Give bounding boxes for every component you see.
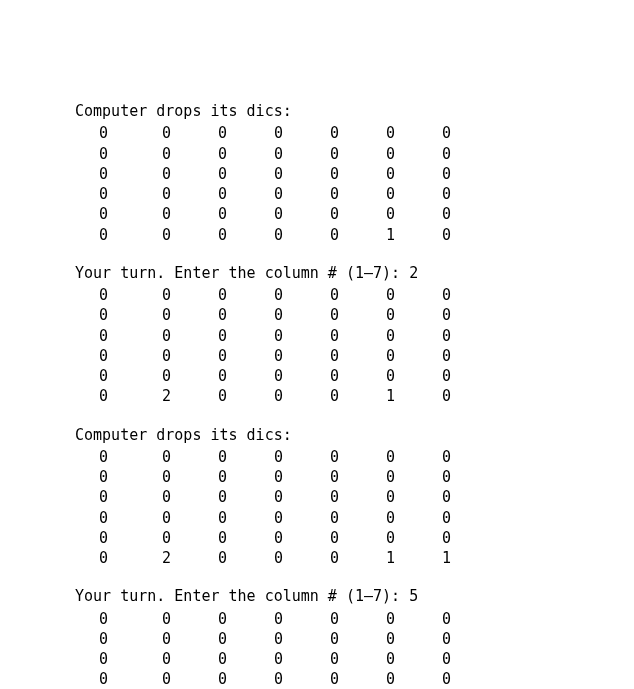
grid-cell: 0 (227, 366, 283, 386)
grid-cell: 0 (227, 508, 283, 528)
grid-row: 0000000 (75, 508, 634, 528)
grid-cell: 1 (395, 548, 451, 568)
grid-cell: 0 (227, 285, 283, 305)
grid-row: 0000000 (75, 366, 634, 386)
block-heading: Your turn. Enter the column # (1–7): 5 (75, 586, 634, 606)
grid-cell: 0 (283, 649, 339, 669)
grid-cell: 0 (171, 548, 227, 568)
grid-cell: 0 (283, 386, 339, 406)
grid-cell: 0 (227, 123, 283, 143)
grid-cell: 0 (171, 225, 227, 245)
grid-cell: 0 (339, 123, 395, 143)
grid-row: 0000000 (75, 285, 634, 305)
grid-row: 0000000 (75, 204, 634, 224)
grid-cell: 0 (115, 629, 171, 649)
grid-cell: 0 (99, 204, 115, 224)
grid-cell: 0 (395, 447, 451, 467)
grid-cell: 0 (171, 508, 227, 528)
grid-cell: 0 (283, 144, 339, 164)
grid-cell: 0 (395, 366, 451, 386)
grid-cell: 0 (115, 508, 171, 528)
grid-cell: 0 (339, 629, 395, 649)
grid-cell: 0 (171, 669, 227, 689)
grid-cell: 1 (339, 386, 395, 406)
game-block: Your turn. Enter the column # (1–7): 200… (75, 263, 634, 407)
grid-cell: 0 (171, 467, 227, 487)
grid-cell: 0 (99, 508, 115, 528)
grid-cell: 0 (283, 366, 339, 386)
grid-cell: 0 (395, 144, 451, 164)
grid-cell: 0 (227, 346, 283, 366)
grid-cell: 0 (171, 609, 227, 629)
grid-cell: 0 (115, 204, 171, 224)
grid-cell: 0 (99, 144, 115, 164)
grid-cell: 0 (395, 487, 451, 507)
block-heading: Your turn. Enter the column # (1–7): 2 (75, 263, 634, 283)
grid-cell: 0 (99, 487, 115, 507)
grid-cell: 0 (283, 184, 339, 204)
grid-cell: 0 (115, 447, 171, 467)
grid-cell: 0 (99, 528, 115, 548)
game-block: Your turn. Enter the column # (1–7): 500… (75, 586, 634, 689)
grid-cell: 1 (339, 548, 395, 568)
grid-cell: 0 (283, 528, 339, 548)
grid-cell: 0 (283, 629, 339, 649)
grid-cell: 0 (283, 487, 339, 507)
grid-cell: 0 (171, 366, 227, 386)
grid-cell: 0 (339, 508, 395, 528)
grid-cell: 0 (283, 305, 339, 325)
grid-cell: 0 (99, 386, 115, 406)
grid-cell: 0 (395, 386, 451, 406)
grid-row: 0000000 (75, 326, 634, 346)
grid-row: 0000000 (75, 123, 634, 143)
grid-cell: 0 (99, 305, 115, 325)
grid-cell: 0 (171, 447, 227, 467)
grid-cell: 2 (115, 548, 171, 568)
grid-cell: 0 (171, 528, 227, 548)
grid-cell: 0 (227, 528, 283, 548)
grid-cell: 0 (171, 305, 227, 325)
grid-cell: 0 (227, 669, 283, 689)
grid-cell: 0 (115, 305, 171, 325)
grid-cell: 0 (339, 184, 395, 204)
grid-row: 0000000 (75, 346, 634, 366)
grid-cell: 0 (339, 305, 395, 325)
grid-cell: 0 (395, 225, 451, 245)
grid-cell: 0 (115, 346, 171, 366)
grid-cell: 0 (99, 164, 115, 184)
grid-cell: 0 (339, 144, 395, 164)
grid-cell: 0 (227, 305, 283, 325)
grid-cell: 0 (283, 548, 339, 568)
grid-cell: 0 (227, 204, 283, 224)
grid-row: 0000000 (75, 144, 634, 164)
grid-cell: 0 (227, 649, 283, 669)
grid-cell: 0 (227, 548, 283, 568)
grid-cell: 0 (283, 508, 339, 528)
grid-cell: 0 (115, 487, 171, 507)
grid-cell: 0 (395, 669, 451, 689)
grid-cell: 0 (395, 508, 451, 528)
grid-cell: 0 (227, 386, 283, 406)
grid-cell: 0 (99, 123, 115, 143)
grid-cell: 0 (115, 225, 171, 245)
grid-row: 0000010 (75, 225, 634, 245)
grid-cell: 0 (395, 305, 451, 325)
grid-cell: 0 (227, 487, 283, 507)
grid-cell: 0 (171, 285, 227, 305)
grid-cell: 0 (99, 609, 115, 629)
grid-cell: 2 (115, 386, 171, 406)
grid-cell: 0 (227, 447, 283, 467)
grid-cell: 0 (339, 669, 395, 689)
grid-cell: 0 (227, 326, 283, 346)
grid-cell: 0 (115, 326, 171, 346)
grid-cell: 0 (99, 225, 115, 245)
grid-cell: 0 (171, 487, 227, 507)
grid-cell: 0 (283, 326, 339, 346)
grid-cell: 0 (115, 184, 171, 204)
grid-cell: 0 (115, 144, 171, 164)
grid-cell: 0 (171, 386, 227, 406)
grid-cell: 0 (395, 609, 451, 629)
grid-cell: 0 (171, 184, 227, 204)
block-heading: Computer drops its dics: (75, 101, 634, 121)
grid-cell: 0 (115, 669, 171, 689)
